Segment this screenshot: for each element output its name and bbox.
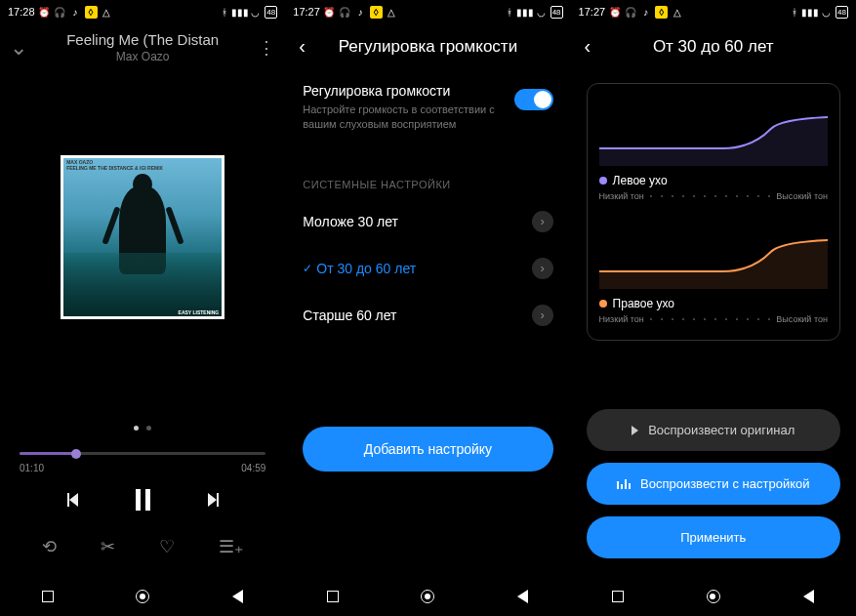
status-time: 17:27 xyxy=(579,6,606,18)
time-total: 04:59 xyxy=(241,463,265,473)
player-header: ⌄ Feeling Me (The Distan Max Oazo ⋮ xyxy=(0,23,285,67)
high-tone-label: Высокий тон xyxy=(776,191,828,201)
skip-next-icon xyxy=(201,491,219,509)
track-artist: Max Oazo xyxy=(33,50,252,63)
seek-bar[interactable] xyxy=(20,452,265,455)
chevron-right-icon: › xyxy=(532,211,553,232)
volume-toggle[interactable] xyxy=(514,89,553,110)
next-button[interactable] xyxy=(201,491,219,509)
alarm-icon: ⏰ xyxy=(323,6,336,19)
check-icon: ✓ xyxy=(303,262,312,275)
time-elapsed: 01:10 xyxy=(20,463,44,473)
status-time: 17:28 xyxy=(8,6,35,18)
hearing-graph: Левое ухо Низкий тон Высокий тон Правое … xyxy=(587,83,840,341)
nav-recent[interactable] xyxy=(323,587,343,606)
wifi-icon: ◡ xyxy=(820,6,833,19)
nav-home[interactable] xyxy=(704,587,723,606)
seek-thumb[interactable] xyxy=(71,449,81,459)
battery-icon: 48 xyxy=(836,6,848,19)
status-bar: 17:27 ⏰ 🎧 ♪ ◊ △ ᚼ ▮▮▮ ◡ 48 xyxy=(571,0,856,23)
age-option-30to60[interactable]: ✓ От 30 до 60 лет › xyxy=(285,245,570,292)
queue-button[interactable]: ☰₊ xyxy=(219,536,244,557)
option-label: Старше 60 лет xyxy=(303,308,531,323)
nav-back[interactable] xyxy=(798,587,818,606)
bluetooth-icon: ᚼ xyxy=(789,6,801,19)
wifi-icon: ◡ xyxy=(535,6,548,19)
bluetooth-icon: ᚼ xyxy=(218,6,230,19)
legend-dot-right xyxy=(599,300,607,308)
headphones-icon: 🎧 xyxy=(54,6,66,19)
app-badge-icon: ◊ xyxy=(370,6,383,19)
nav-bar xyxy=(285,577,570,616)
note-icon: ♪ xyxy=(639,6,652,19)
wifi-icon: ◡ xyxy=(249,6,262,19)
setting-title: Регулировка громкости xyxy=(303,83,513,99)
screen-music-player: 17:28 ⏰ 🎧 ♪ ◊ △ ᚼ ▮▮▮ ◡ 48 ⌄ Feeling Me … xyxy=(0,0,285,616)
app-badge-icon: ◊ xyxy=(85,6,98,19)
nav-recent[interactable] xyxy=(608,587,628,606)
chevron-right-icon: › xyxy=(532,305,553,326)
nav-bar xyxy=(0,577,285,616)
signal-icon: ▮▮▮ xyxy=(233,6,246,19)
nav-back[interactable] xyxy=(513,587,533,606)
right-ear-curve xyxy=(599,223,828,289)
nav-back[interactable] xyxy=(228,587,248,606)
button-label: Применить xyxy=(680,530,746,545)
triangle-icon: △ xyxy=(671,6,683,19)
status-bar: 17:28 ⏰ 🎧 ♪ ◊ △ ᚼ ▮▮▮ ◡ 48 xyxy=(0,0,285,23)
equalizer-icon xyxy=(617,479,631,489)
alarm-icon: ⏰ xyxy=(38,6,51,19)
back-button[interactable]: ‹ xyxy=(585,35,608,58)
back-button[interactable]: ‹ xyxy=(299,35,322,58)
low-tone-label: Низкий тон xyxy=(599,314,644,324)
left-ear-curve xyxy=(599,100,828,166)
pause-button[interactable] xyxy=(136,489,150,511)
note-icon: ♪ xyxy=(354,6,367,19)
pause-icon xyxy=(136,489,150,511)
nav-home[interactable] xyxy=(418,587,437,606)
album-art[interactable]: MAX OAZO FEELING ME THE DISTANCE & IGI R… xyxy=(61,155,224,319)
alarm-icon: ⏰ xyxy=(608,6,621,19)
screen-volume-settings: 17:27 ⏰ 🎧 ♪ ◊ △ ᚼ ▮▮▮ ◡ 48 ‹ Регулировка… xyxy=(285,0,570,616)
page-title: От 30 до 60 лет xyxy=(608,37,819,57)
signal-icon: ▮▮▮ xyxy=(519,6,532,19)
status-time: 17:27 xyxy=(293,6,320,18)
play-tuned-button[interactable]: Воспроизвести с настройкой xyxy=(587,463,840,505)
nav-bar xyxy=(571,577,856,616)
album-label-bottom: EASY LISTENING xyxy=(179,309,220,315)
track-title: Feeling Me (The Distan xyxy=(33,31,252,48)
option-label: Моложе 30 лет xyxy=(303,214,531,229)
button-label: Воспроизвести с настройкой xyxy=(640,476,809,491)
app-badge-icon: ◊ xyxy=(655,6,668,19)
legend-dot-left xyxy=(599,177,607,185)
nav-recent[interactable] xyxy=(38,587,58,606)
dot-1 xyxy=(134,426,139,431)
repeat-button[interactable]: ⟲ xyxy=(42,536,57,557)
bluetooth-icon: ᚼ xyxy=(504,6,516,19)
apply-button[interactable]: Применить xyxy=(587,516,840,558)
skip-prev-icon xyxy=(67,491,85,509)
add-setting-button[interactable]: Добавить настройку xyxy=(303,427,552,472)
headphones-icon: 🎧 xyxy=(339,6,351,19)
battery-icon: 48 xyxy=(550,6,563,19)
play-icon xyxy=(632,426,638,435)
page-dots[interactable] xyxy=(0,417,285,434)
chevron-right-icon: › xyxy=(532,258,553,279)
prev-button[interactable] xyxy=(67,491,85,509)
section-label: СИСТЕМНЫЕ НАСТРОЙКИ xyxy=(285,145,570,198)
headphones-icon: 🎧 xyxy=(624,6,636,19)
battery-icon: 48 xyxy=(265,6,277,19)
button-label: Воспроизвести оригинал xyxy=(648,423,795,437)
nav-home[interactable] xyxy=(133,587,152,606)
screen-hearing-profile: 17:27 ⏰ 🎧 ♪ ◊ △ ᚼ ▮▮▮ ◡ 48 ‹ От 30 до 60… xyxy=(571,0,856,616)
age-option-over60[interactable]: Старше 60 лет › xyxy=(285,292,570,339)
low-tone-label: Низкий тон xyxy=(599,191,644,201)
age-option-under30[interactable]: Моложе 30 лет › xyxy=(285,198,570,245)
more-button[interactable]: ⋮ xyxy=(252,37,275,59)
button-label: Добавить настройку xyxy=(364,441,492,457)
left-ear-label: Левое ухо xyxy=(613,174,668,187)
cut-button[interactable]: ✂ xyxy=(101,536,115,557)
play-original-button[interactable]: Воспроизвести оригинал xyxy=(587,409,840,451)
collapse-button[interactable]: ⌄ xyxy=(10,35,33,61)
like-button[interactable]: ♡ xyxy=(159,536,175,557)
